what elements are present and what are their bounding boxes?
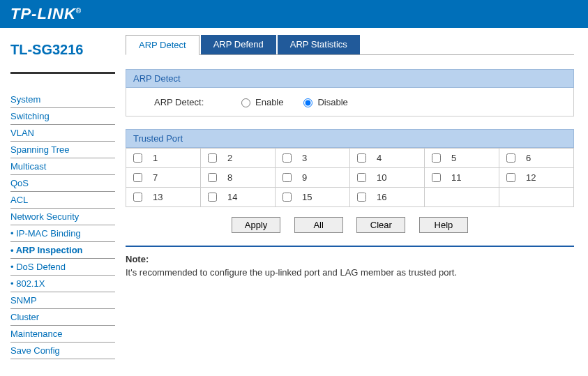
help-button[interactable]: Help (419, 217, 468, 233)
model-label: TL-SG3216 (10, 42, 119, 58)
nav-item-arp-inspection[interactable]: ARP Inspection (10, 242, 115, 259)
enable-option[interactable]: Enable (238, 96, 283, 107)
disable-label: Disable (317, 97, 347, 107)
nav-item-multicast[interactable]: Multicast (10, 158, 115, 175)
arp-detect-panel: ARP Detect ARP Detect: Enable Disable (126, 69, 574, 116)
port-15-checkbox[interactable] (282, 193, 292, 202)
nav-item-maintenance[interactable]: Maintenance (10, 326, 115, 343)
port-12-label: 12 (526, 172, 536, 183)
port-2-label: 2 (227, 153, 232, 163)
port-5-checkbox[interactable] (432, 153, 441, 163)
port-8-label: 8 (227, 172, 232, 183)
port-7-checkbox[interactable] (133, 173, 142, 182)
port-3-checkbox[interactable] (282, 153, 292, 163)
port-1-checkbox[interactable] (133, 153, 142, 163)
port-11-label: 11 (451, 172, 461, 183)
sidebar: TL-SG3216 SystemSwitchingVLANSpanning Tr… (0, 28, 126, 376)
clear-button[interactable]: Clear (356, 217, 405, 233)
port-2-checkbox[interactable] (208, 153, 217, 163)
port-table: 12345678910111213141516 (126, 148, 574, 207)
nav-logout[interactable]: Logout (10, 373, 115, 376)
nav-item-802-1x[interactable]: 802.1X (10, 276, 115, 292)
port-5-label: 5 (451, 153, 456, 163)
port-13-checkbox[interactable] (133, 193, 142, 202)
nav-item-vlan[interactable]: VLAN (10, 125, 115, 142)
port-6-checkbox[interactable] (506, 153, 515, 163)
port-4-label: 4 (377, 153, 382, 163)
port-11-checkbox[interactable] (432, 173, 441, 182)
port-14-checkbox[interactable] (208, 193, 217, 202)
port-3-label: 3 (302, 153, 307, 163)
enable-radio[interactable] (241, 98, 250, 107)
trusted-port-panel: Trusted Port 12345678910111213141516 App… (126, 129, 574, 233)
port-9-checkbox[interactable] (282, 173, 292, 182)
divider (126, 246, 574, 247)
nav-item-spanning-tree[interactable]: Spanning Tree (10, 142, 115, 158)
arp-detect-header: ARP Detect (126, 69, 574, 88)
port-15-label: 15 (302, 192, 312, 202)
nav-item-cluster[interactable]: Cluster (10, 309, 115, 326)
nav-item-switching[interactable]: Switching (10, 108, 115, 125)
tab-arp-defend[interactable]: ARP Defend (201, 35, 276, 54)
nav-item-save-config[interactable]: Save Config (10, 343, 115, 359)
note-title: Note: (126, 254, 574, 264)
port-12-checkbox[interactable] (506, 173, 515, 182)
port-10-label: 10 (377, 172, 386, 183)
disable-radio[interactable] (303, 98, 312, 107)
apply-button[interactable]: Apply (232, 217, 280, 233)
port-8-checkbox[interactable] (208, 173, 217, 182)
disable-option[interactable]: Disable (300, 96, 347, 107)
nav-item-dos-defend[interactable]: DoS Defend (10, 259, 115, 276)
port-14-label: 14 (227, 192, 237, 202)
trusted-port-header: Trusted Port (126, 129, 574, 148)
nav-item-snmp[interactable]: SNMP (10, 292, 115, 309)
nav-item-ip-mac-binding[interactable]: IP-MAC Binding (10, 225, 115, 242)
tab-arp-statistics[interactable]: ARP Statistics (278, 35, 360, 54)
nav-item-network-security[interactable]: Network Security (10, 209, 115, 225)
tab-arp-detect[interactable]: ARP Detect (126, 35, 199, 55)
main-content: ARP DetectARP DefendARP Statistics ARP D… (126, 28, 588, 376)
port-16-checkbox[interactable] (357, 193, 366, 202)
port-13-label: 13 (153, 192, 163, 202)
all-button[interactable]: All (294, 217, 343, 233)
port-16-label: 16 (377, 192, 386, 202)
app-header: TP-LINK® (0, 0, 588, 28)
model-underline (10, 72, 115, 74)
nav-item-qos[interactable]: QoS (10, 175, 115, 192)
port-10-checkbox[interactable] (357, 173, 366, 182)
enable-label: Enable (255, 97, 283, 107)
port-7-label: 7 (153, 172, 158, 183)
tab-bar: ARP DetectARP DefendARP Statistics (126, 35, 574, 55)
arp-detect-field-label: ARP Detect: (140, 97, 238, 107)
brand-logo: TP-LINK® (10, 5, 82, 23)
note-text: It's recommended to configure the up-lin… (126, 267, 574, 278)
port-4-checkbox[interactable] (357, 153, 366, 163)
nav-item-system[interactable]: System (10, 91, 115, 108)
port-6-label: 6 (526, 153, 531, 163)
port-9-label: 9 (302, 172, 307, 183)
nav-item-acl[interactable]: ACL (10, 192, 115, 209)
port-1-label: 1 (153, 153, 158, 163)
